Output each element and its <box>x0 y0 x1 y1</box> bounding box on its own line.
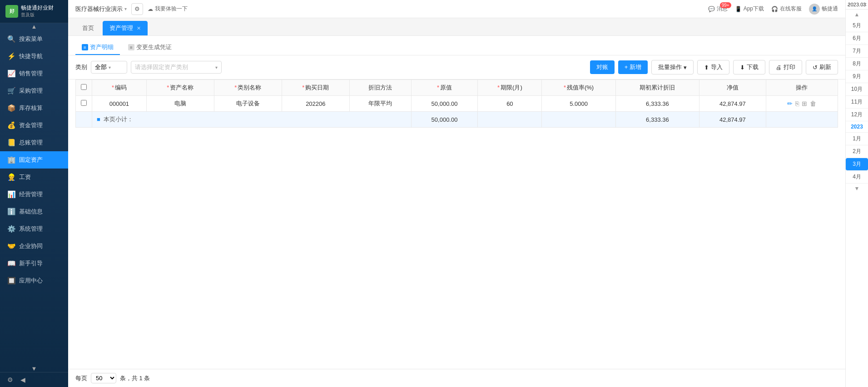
page-size-select[interactable]: 50 10 20 100 <box>91 373 116 383</box>
quicknav-icon: ⚡ <box>7 52 15 60</box>
inner-tabs: ≡ 资产明细 ≡ 变更生成凭证 <box>68 36 845 55</box>
basicinfo-icon: ℹ️ <box>7 208 15 216</box>
copy-icon[interactable]: ⎘ <box>795 100 799 107</box>
sidebar-item-inventory[interactable]: 📦 库存核算 <box>0 99 68 117</box>
message-button[interactable]: 💬 消息 99+ <box>708 5 728 13</box>
avatar: 👤 <box>809 4 820 15</box>
total-label: 条，共 1 条 <box>120 374 150 382</box>
sidebar-item-fixedassets[interactable]: 🏢 固定资产 <box>0 151 68 169</box>
cal-month-9[interactable]: 9月 <box>846 70 868 83</box>
experience-button[interactable]: ☁ 我要体验一下 <box>148 5 188 13</box>
th-name: *资产名称 <box>146 80 214 96</box>
tab-asset-mgmt[interactable]: 资产管理 ✕ <box>103 21 148 35</box>
company-selector[interactable]: 医疗器械行业演示 ▾ <box>75 5 127 13</box>
inner-tab-asset-detail[interactable]: ≡ 资产明细 <box>75 40 120 55</box>
cal-expand-icon[interactable]: ⤢ <box>847 2 851 8</box>
refresh-icon: ↺ <box>813 64 818 71</box>
filter-row: 类别 全部 ▾ 请选择固定资产类别 ▾ <box>75 61 222 74</box>
th-actions: 操作 <box>766 80 838 96</box>
sidebar-item-purchase[interactable]: 🛒 采购管理 <box>0 82 68 99</box>
select-all-checkbox[interactable] <box>81 84 87 90</box>
th-residual-rate: *残值率(%) <box>542 80 615 96</box>
cooperation-icon: 🤝 <box>7 242 15 250</box>
new-button[interactable]: + 新增 <box>618 60 648 74</box>
sidebar-item-guide[interactable]: 📖 新手引导 <box>0 255 68 272</box>
inner-tab-voucher-gen[interactable]: ≡ 变更生成凭证 <box>122 40 178 55</box>
sidebar-scroll-up[interactable]: ▲ <box>0 23 68 30</box>
fixedassets-icon: 🏢 <box>7 156 15 164</box>
edit-icon[interactable]: ✏ <box>787 100 793 107</box>
cal-month-5[interactable]: 5月 <box>846 20 868 32</box>
th-purchase-date: *购买日期 <box>282 80 349 96</box>
assets-table: *编码 *资产名称 *类别名称 *购买日期 折旧方法 *原值 *期限(月) *残… <box>75 79 838 128</box>
collapse-icon[interactable]: ◀ <box>20 376 25 383</box>
refresh-button[interactable]: ↺ 刷新 <box>806 60 838 74</box>
sidebar-item-operations[interactable]: 📊 经营管理 <box>0 186 68 203</box>
app-download-button[interactable]: 📱 App下载 <box>735 5 764 13</box>
print-button[interactable]: 🖨 打印 <box>769 60 802 74</box>
batch-button[interactable]: 批量操作 ▾ <box>651 60 694 74</box>
settings-bottom-icon[interactable]: ⚙ <box>7 376 13 383</box>
per-page-label: 每页 <box>75 374 87 382</box>
sidebar-scroll-down[interactable]: ▼ <box>0 365 68 372</box>
sidebar-item-quicknav[interactable]: ⚡ 快捷导航 <box>0 48 68 65</box>
sidebar-item-basicinfo[interactable]: ℹ️ 基础信息 <box>0 203 68 220</box>
service-icon: 🎧 <box>771 6 778 12</box>
import-button[interactable]: ⬆ 导入 <box>697 60 729 74</box>
sidebar-nav: 🔍 搜索菜单 ⚡ 快捷导航 📈 销售管理 🛒 采购管理 📦 库存核算 💰 资金管… <box>0 30 68 365</box>
sidebar-item-payroll[interactable]: 👷 工资 <box>0 169 68 186</box>
cell-original-value: 50,000.00 <box>411 96 478 112</box>
pagination: 每页 50 10 20 100 条，共 1 条 <box>68 369 845 387</box>
category-filter-select[interactable]: 全部 ▾ <box>91 61 127 74</box>
cal-scroll-down[interactable]: ▼ <box>846 184 868 194</box>
voucher-gen-icon: ≡ <box>128 44 134 50</box>
cell-code: 000001 <box>92 96 147 112</box>
cal-month-2[interactable]: 2月 <box>846 145 868 158</box>
reconcile-button[interactable]: 对账 <box>590 60 615 74</box>
user-menu[interactable]: 👤 畅捷通 <box>809 4 838 15</box>
sidebar-item-cooperation[interactable]: 🤝 企业协同 <box>0 238 68 255</box>
gear-button[interactable]: ⚙ <box>131 3 143 15</box>
tab-close-icon[interactable]: ✕ <box>137 25 141 31</box>
sales-icon: 📈 <box>7 69 15 78</box>
row-checkbox[interactable] <box>81 100 87 106</box>
search-icon: 🔍 <box>7 35 15 43</box>
right-sidebar-calendar: ⤢ 2023.03 ✕ ▲ 5月 6月 7月 8月 9月 10月 11月 12月… <box>845 0 868 387</box>
asset-category-select[interactable]: 请选择固定资产类别 ▾ <box>131 61 222 74</box>
cal-year-2023[interactable]: 2023 <box>846 121 868 133</box>
cell-residual-rate: 5.0000 <box>542 96 615 112</box>
sidebar-logo: 好 畅捷通好业财 普及版 <box>0 0 68 23</box>
th-initial-accumulated: 期初累计折旧 <box>615 80 699 96</box>
cal-month-6[interactable]: 6月 <box>846 32 868 45</box>
sidebar-item-search[interactable]: 🔍 搜索菜单 <box>0 30 68 48</box>
cal-month-7[interactable]: 7月 <box>846 45 868 58</box>
subtotal-initial-accumulated: 6,333.36 <box>615 112 699 128</box>
sidebar-item-sales[interactable]: 📈 销售管理 <box>0 65 68 82</box>
more-icon[interactable]: ⊞ <box>802 100 807 107</box>
sidebar-item-ledger[interactable]: 📒 总账管理 <box>0 134 68 151</box>
cal-month-8[interactable]: 8月 <box>846 58 868 70</box>
header-right: 💬 消息 99+ 📱 App下载 🎧 在线客服 👤 畅捷通 <box>708 4 838 15</box>
cloud-icon: ☁ <box>148 6 153 12</box>
cal-month-12[interactable]: 12月 <box>846 109 868 121</box>
cal-month-4[interactable]: 4月 <box>846 171 868 184</box>
sidebar-item-system[interactable]: ⚙️ 系统管理 <box>0 220 68 238</box>
sidebar-item-apps[interactable]: 🔲 应用中心 <box>0 272 68 289</box>
cal-scroll-up[interactable]: ▲ <box>846 10 868 20</box>
customer-service-button[interactable]: 🎧 在线客服 <box>771 5 802 13</box>
cal-month-3[interactable]: 3月 <box>846 158 868 171</box>
download-icon: ⬇ <box>740 64 745 71</box>
cal-close-icon[interactable]: ✕ <box>863 2 867 8</box>
cal-month-10[interactable]: 10月 <box>846 83 868 96</box>
top-header: 医疗器械行业演示 ▾ ⚙ ☁ 我要体验一下 💬 消息 99+ 📱 App下载 🎧… <box>68 0 845 18</box>
sidebar-item-funds[interactable]: 💰 资金管理 <box>0 117 68 134</box>
th-category: *类别名称 <box>214 80 282 96</box>
cal-month-11[interactable]: 11月 <box>846 96 868 109</box>
app-logo-icon: 好 <box>5 5 18 18</box>
table-wrapper: *编码 *资产名称 *类别名称 *购买日期 折旧方法 *原值 *期限(月) *残… <box>68 79 845 369</box>
cal-month-1[interactable]: 1月 <box>846 133 868 145</box>
chevron-down-icon: ▾ <box>124 6 127 11</box>
tab-home[interactable]: 首页 <box>75 21 101 35</box>
delete-icon[interactable]: 🗑 <box>810 100 816 107</box>
download-button[interactable]: ⬇ 下载 <box>733 60 765 74</box>
